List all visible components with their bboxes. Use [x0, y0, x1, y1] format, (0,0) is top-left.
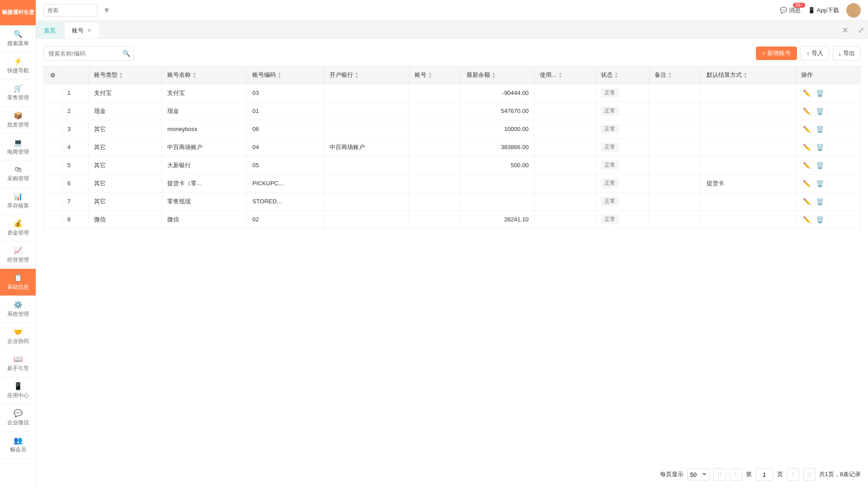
delete-button[interactable]: 🗑️: [814, 179, 826, 188]
col-bank[interactable]: 开户银行▲▼: [324, 66, 409, 84]
cell-notes: [649, 138, 701, 156]
sidebar-item-finance-mgmt[interactable]: 💰 资金管理: [0, 215, 36, 242]
tabs-expand-button[interactable]: ⤢: [854, 22, 868, 38]
cell-account: [409, 102, 461, 120]
col-notes[interactable]: 备注▲▼: [649, 66, 701, 84]
sidebar-item-app-center[interactable]: 📱 应用中心: [0, 377, 36, 404]
col-name[interactable]: 账号名称▲▼: [162, 66, 247, 84]
tab-accounts[interactable]: 账号 ✕: [64, 22, 100, 38]
cell-balance: [461, 192, 534, 211]
col-status[interactable]: 状态▲▼: [595, 66, 649, 84]
page-size-select[interactable]: 50 10 20 100: [687, 468, 710, 481]
edit-button[interactable]: ✏️: [801, 89, 812, 98]
tabs-bar: 首页 账号 ✕ ✕ ⤢: [36, 21, 868, 39]
delete-button[interactable]: 🗑️: [814, 161, 826, 170]
sidebar-item-inventory[interactable]: 📊 库存核算: [0, 188, 36, 215]
sidebar-item-wholesale-mgmt[interactable]: 📦 批发管理: [0, 107, 36, 134]
cell-code: 05: [247, 156, 324, 174]
search-input[interactable]: [43, 46, 134, 61]
cell-balance: 383866.00: [461, 138, 534, 156]
cell-name: 零售抵现: [162, 192, 247, 211]
basic-info-icon: 📋: [14, 273, 23, 282]
sidebar-item-enterprise-agreement[interactable]: 🤝 企业协同: [0, 323, 36, 350]
col-code[interactable]: 账号编码▲▼: [247, 66, 324, 84]
delete-button[interactable]: 🗑️: [814, 89, 826, 98]
message-badge: 99+: [793, 3, 805, 8]
edit-button[interactable]: ✏️: [801, 179, 812, 188]
cell-usage: [534, 156, 595, 174]
table-row: 2 现金 现金 01 547670.00 正常 ✏️ 🗑️: [44, 102, 861, 120]
cell-code: PICKUPC...: [247, 174, 324, 192]
edit-button[interactable]: ✏️: [801, 161, 812, 170]
table-wrap: ⚙ 账号类型▲▼ 账号名称▲▼ 账号编码▲▼ 开户银行▲▼: [43, 66, 861, 463]
message-button[interactable]: 💬 消息 99+: [780, 6, 801, 14]
app-download-button[interactable]: 📱 App下载: [808, 6, 839, 14]
sidebar-item-ecom-mgmt[interactable]: 💻 电商管理: [0, 134, 36, 161]
cell-bank: 中百商场账户: [324, 138, 409, 156]
sidebar-item-members[interactable]: 👥 畅会员: [0, 432, 36, 459]
page-total-label: 页: [777, 470, 783, 479]
col-balance[interactable]: 最新余额▲▼: [461, 66, 534, 84]
delete-button[interactable]: 🗑️: [814, 215, 826, 224]
cell-actions: ✏️ 🗑️: [796, 138, 861, 156]
cell-balance: 500.00: [461, 156, 534, 174]
sidebar-item-retail-mgmt[interactable]: 🛒 零售管理: [0, 80, 36, 107]
edit-button[interactable]: ✏️: [801, 215, 812, 224]
dropdown-icon[interactable]: ▼: [103, 6, 110, 14]
sidebar-item-label: 经营管理: [7, 256, 29, 264]
edit-button[interactable]: ✏️: [801, 197, 812, 206]
pagination-prev-button[interactable]: ⟨: [730, 468, 742, 481]
tab-accounts-close[interactable]: ✕: [86, 28, 92, 33]
export-button[interactable]: ↓ 导出: [833, 46, 861, 61]
import-button[interactable]: ↑ 导入: [801, 46, 829, 61]
cell-status: 正常: [595, 211, 649, 229]
col-type[interactable]: 账号类型▲▼: [88, 66, 161, 84]
page-input[interactable]: [755, 468, 774, 481]
col-default-settlement[interactable]: 默认结算方式▲▼: [701, 66, 796, 84]
edit-button[interactable]: ✏️: [801, 125, 812, 134]
sidebar-item-search-menu[interactable]: 🔍 搜索菜单: [0, 25, 36, 52]
add-account-label: + 新增账号: [762, 49, 791, 57]
col-account[interactable]: 账号▲▼: [409, 66, 461, 84]
sidebar-item-purchase-mgmt[interactable]: 🛍 采购管理: [0, 161, 36, 188]
pagination-last-button[interactable]: ⟩⟩: [803, 468, 816, 481]
cell-bank: [324, 102, 409, 120]
wechat-icon: 💬: [14, 409, 23, 418]
sort-settlement-icon: ▲▼: [744, 72, 747, 79]
cell-notes: [649, 211, 701, 229]
sidebar-item-system-mgmt[interactable]: ⚙️ 系统管理: [0, 296, 36, 323]
edit-button[interactable]: ✏️: [801, 107, 812, 116]
sidebar-item-label: 企业协同: [7, 338, 29, 345]
cell-num: 5: [62, 156, 89, 174]
pagination-next-button[interactable]: ⟩: [787, 468, 799, 481]
sidebar-item-new-guide[interactable]: 📖 新手引导: [0, 350, 36, 377]
pagination-first-button[interactable]: ⟨⟨: [713, 468, 726, 481]
sidebar-item-quick-nav[interactable]: ⚡ 快捷导航: [0, 52, 36, 80]
sidebar-item-ops-mgmt[interactable]: 📈 经营管理: [0, 242, 36, 269]
logo-text: 畅捷通时生意: [2, 9, 34, 16]
export-icon: ↓: [839, 50, 842, 57]
avatar[interactable]: [846, 3, 861, 18]
col-settings[interactable]: ⚙: [44, 66, 62, 84]
status-badge: 正常: [601, 88, 619, 98]
col-usage[interactable]: 使用...▲▼: [534, 66, 595, 84]
col-actions: 操作: [796, 66, 861, 84]
table-header-row: ⚙ 账号类型▲▼ 账号名称▲▼ 账号编码▲▼ 开户银行▲▼: [44, 66, 861, 84]
import-icon: ↑: [807, 50, 810, 57]
tabs-close-all-button[interactable]: ✕: [836, 22, 854, 38]
topbar-search-input[interactable]: [43, 4, 98, 17]
delete-button[interactable]: 🗑️: [814, 125, 826, 134]
delete-button[interactable]: 🗑️: [814, 107, 826, 116]
sidebar-item-enterprise-wechat[interactable]: 💬 企业微信: [0, 404, 36, 432]
delete-button[interactable]: 🗑️: [814, 197, 826, 206]
sort-name-icon: ▲▼: [193, 72, 196, 79]
edit-button[interactable]: ✏️: [801, 143, 812, 152]
tab-home[interactable]: 首页: [36, 22, 63, 38]
sidebar-item-basic-info[interactable]: 📋 基础信息: [0, 269, 36, 296]
delete-button[interactable]: 🗑️: [814, 143, 826, 152]
cell-default-settlement: 提货卡: [701, 174, 796, 192]
cell-type: 其它: [88, 138, 161, 156]
add-account-button[interactable]: + 新增账号: [756, 47, 797, 60]
cell-num: 2: [62, 102, 89, 120]
cell-name: 提货卡（零...: [162, 174, 247, 192]
